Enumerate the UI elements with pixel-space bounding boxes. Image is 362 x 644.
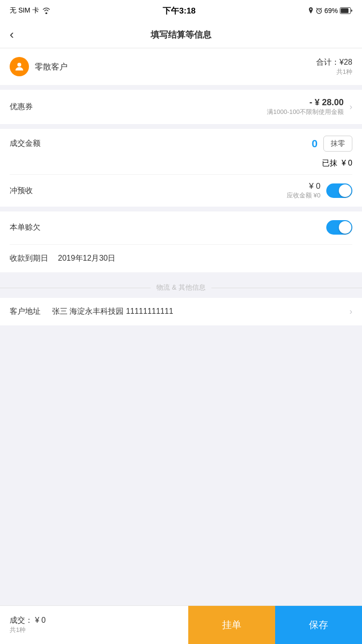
no-sim-label: 无 SIM 卡 bbox=[10, 6, 39, 15]
coupon-card[interactable]: 优惠券 - ¥ 28.00 满1000-100不限制使用金额 › bbox=[0, 90, 362, 124]
avatar bbox=[10, 57, 29, 76]
alarm-icon bbox=[316, 7, 322, 14]
coupon-row[interactable]: 优惠券 - ¥ 28.00 满1000-100不限制使用金额 › bbox=[0, 90, 362, 124]
customer-row: 零散客户 合计：¥28 共1种 bbox=[0, 48, 362, 85]
wifi-icon bbox=[42, 7, 51, 14]
transaction-label: 成交金额 bbox=[10, 139, 48, 149]
prereceive-right: ¥ 0 应收金额 ¥0 bbox=[287, 182, 352, 200]
bottom-summary-sub: 共1种 bbox=[10, 626, 179, 634]
receivable-label: 应收金额 bbox=[287, 192, 312, 199]
svg-rect-2 bbox=[341, 8, 348, 13]
debt-card: 本单赊欠 收款到期日 2019年12月30日 bbox=[0, 211, 362, 272]
duedate-value: 2019年12月30日 bbox=[58, 253, 115, 264]
nav-bar: ‹ 填写结算等信息 bbox=[0, 21, 362, 48]
address-card[interactable]: 客户地址 张三 海淀永丰科技园 11111111111 › bbox=[0, 298, 362, 325]
logistics-header: 物流 & 其他信息 bbox=[0, 277, 362, 298]
customer-card: 零散客户 合计：¥28 共1种 bbox=[0, 48, 362, 85]
duedate-row: 收款到期日 2019年12月30日 bbox=[0, 245, 362, 272]
deducted-info: 已抹 ¥ 0 bbox=[322, 158, 352, 168]
save-button[interactable]: 保存 bbox=[275, 606, 362, 644]
logistics-label: 物流 & 其他信息 bbox=[151, 283, 211, 291]
amount-right: 0 抹零 bbox=[312, 136, 352, 152]
coupon-right-col: - ¥ 28.00 满1000-100不限制使用金额 bbox=[267, 98, 344, 116]
battery-icon bbox=[340, 7, 352, 14]
location-icon bbox=[308, 7, 314, 14]
svg-point-3 bbox=[17, 63, 21, 67]
duedate-label: 收款到期日 bbox=[10, 253, 48, 264]
debt-label: 本单赊欠 bbox=[10, 223, 48, 233]
empty-space bbox=[0, 330, 362, 427]
customer-left: 零散客户 bbox=[10, 57, 68, 76]
prereceive-toggle[interactable] bbox=[326, 183, 352, 198]
toggle-knob bbox=[339, 184, 351, 197]
coupon-right: - ¥ 28.00 满1000-100不限制使用金额 › bbox=[48, 98, 352, 116]
customer-name: 零散客户 bbox=[35, 61, 68, 72]
receivable-amount: 应收金额 ¥0 bbox=[287, 191, 320, 200]
amount-sub-inner: 已抹 ¥ 0 bbox=[10, 158, 352, 168]
prereceive-label: 冲预收 bbox=[10, 186, 48, 196]
amount-row: 成交金额 0 抹零 bbox=[0, 129, 362, 158]
deducted-value: ¥ 0 bbox=[342, 159, 352, 167]
bottom-bar: 成交： ¥ 0 共1种 挂单 保存 bbox=[0, 605, 362, 644]
customer-total: 合计：¥28 共1种 bbox=[316, 57, 352, 76]
coupon-label: 优惠券 bbox=[10, 102, 48, 112]
coupon-desc: 满1000-100不限制使用金额 bbox=[267, 108, 344, 116]
round-button[interactable]: 抹零 bbox=[323, 136, 352, 152]
page-title: 填写结算等信息 bbox=[151, 29, 211, 41]
bottom-summary-main: 成交： ¥ 0 bbox=[10, 616, 179, 626]
transaction-card: 成交金额 0 抹零 已抹 ¥ 0 冲预收 ¥ 0 bbox=[0, 129, 362, 207]
address-value: 张三 海淀永丰科技园 11111111111 bbox=[52, 307, 348, 317]
status-time: 下午3:18 bbox=[163, 5, 195, 16]
summary-value: ¥ 0 bbox=[35, 616, 45, 624]
status-right: 69% bbox=[308, 7, 352, 14]
content: 零散客户 合计：¥28 共1种 优惠券 - ¥ 28.00 满1000-100不… bbox=[0, 48, 362, 470]
hold-button[interactable]: 挂单 bbox=[188, 606, 275, 644]
address-row[interactable]: 客户地址 张三 海淀永丰科技园 11111111111 › bbox=[0, 298, 362, 325]
total-count: 共1种 bbox=[316, 68, 352, 76]
deducted-label: 已抹 bbox=[322, 159, 337, 167]
back-button[interactable]: ‹ bbox=[10, 27, 14, 42]
transaction-value: 0 bbox=[312, 138, 318, 150]
bottom-buttons: 挂单 保存 bbox=[188, 606, 362, 644]
debt-toggle[interactable] bbox=[326, 220, 352, 235]
prereceive-row: 冲预收 ¥ 0 应收金额 ¥0 bbox=[0, 175, 362, 207]
total-amount: 合计：¥28 bbox=[316, 57, 352, 68]
pre-amount: ¥ 0 bbox=[287, 182, 320, 191]
summary-label: 成交： bbox=[10, 616, 33, 624]
debt-row: 本单赊欠 bbox=[0, 211, 362, 243]
battery-percent: 69% bbox=[324, 7, 338, 14]
address-label: 客户地址 bbox=[10, 307, 48, 317]
coupon-value: - ¥ 28.00 bbox=[267, 98, 344, 108]
prereceive-amounts: ¥ 0 应收金额 ¥0 bbox=[287, 182, 320, 200]
bottom-summary: 成交： ¥ 0 共1种 bbox=[0, 616, 188, 634]
debt-toggle-knob bbox=[339, 221, 351, 234]
receivable-value: ¥0 bbox=[314, 192, 320, 199]
chevron-right-icon: › bbox=[349, 102, 352, 112]
status-bar: 无 SIM 卡 下午3:18 69% bbox=[0, 0, 362, 21]
status-left: 无 SIM 卡 bbox=[10, 6, 51, 15]
address-chevron-icon: › bbox=[349, 307, 352, 317]
amount-sub-row: 已抹 ¥ 0 bbox=[0, 158, 362, 174]
